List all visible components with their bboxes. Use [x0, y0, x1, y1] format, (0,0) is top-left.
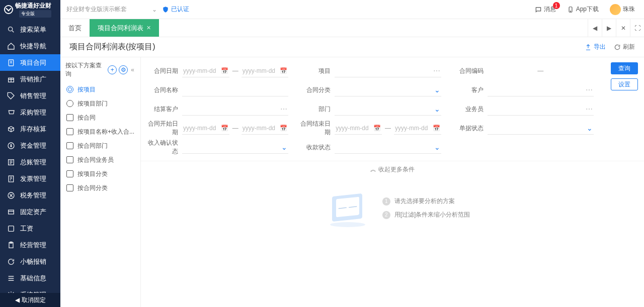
pay-status-input[interactable]: [335, 141, 441, 154]
sidebar: 畅捷通好业财 专业版 搜索菜单 快捷导航 项目合同 营销推广 销售管理 采购管理…: [0, 0, 60, 307]
status-input[interactable]: [488, 122, 594, 135]
customer-input[interactable]: [488, 83, 594, 96]
asset-icon: [7, 208, 15, 216]
settings-button[interactable]: 设置: [611, 78, 638, 90]
date-from-input[interactable]: yyyy-mm-dd📅: [335, 122, 382, 135]
scheme-label: 按合同业务员: [77, 156, 114, 164]
query-label: 查询: [618, 64, 630, 73]
verified-badge: 已认证: [162, 5, 189, 14]
nav-marketing[interactable]: 营销推广: [0, 71, 60, 87]
project-input[interactable]: [335, 64, 441, 77]
collapse-panel-button[interactable]: «: [130, 66, 135, 73]
contract-name-input[interactable]: [182, 83, 288, 96]
salary-icon: [7, 225, 15, 233]
contract-cat-input[interactable]: [335, 83, 441, 96]
date-to-input[interactable]: yyyy-mm-dd📅: [242, 64, 289, 77]
tab-home[interactable]: 首页: [60, 19, 90, 37]
download-button[interactable]: App下载: [564, 5, 602, 14]
nav-tax[interactable]: 税务管理: [0, 187, 60, 203]
chevron-down-icon[interactable]: ⌄: [434, 143, 440, 151]
svg-rect-8: [9, 226, 14, 231]
tab-close-all-button[interactable]: ✕: [616, 19, 630, 37]
more-icon[interactable]: ⋯: [586, 105, 593, 113]
scheme-item-project-cat[interactable]: 按项目分类: [60, 167, 140, 181]
nav-quicknav[interactable]: 快捷导航: [0, 38, 60, 54]
chevron-down-icon[interactable]: ⌄: [434, 105, 440, 113]
placeholder: yyyy-mm-dd: [336, 125, 368, 132]
field-label: 合同分类: [298, 86, 335, 94]
nav-invoice[interactable]: 发票管理: [0, 170, 60, 187]
org-selector[interactable]: 好业财专业版演示帐套 ⌄: [66, 5, 157, 14]
nav-label: 税务管理: [20, 191, 46, 200]
date-to-input[interactable]: yyyy-mm-dd📅: [242, 122, 289, 135]
income-status-input[interactable]: [182, 141, 288, 154]
nav-purchase[interactable]: 采购管理: [0, 104, 60, 121]
nav-search[interactable]: 搜索菜单: [0, 21, 60, 38]
invoice-icon: [7, 175, 15, 183]
nav-basic[interactable]: 基础信息: [0, 270, 60, 286]
nav-ledger[interactable]: 总账管理: [0, 154, 60, 170]
nav-sales[interactable]: 销售管理: [0, 87, 60, 104]
more-icon[interactable]: ⋯: [280, 105, 287, 113]
calendar-icon: 📅: [280, 125, 287, 132]
calendar-icon: 📅: [280, 67, 287, 74]
chevron-down-icon[interactable]: ⌄: [587, 124, 593, 132]
query-button[interactable]: 查询: [611, 62, 638, 74]
user-name: 珠珠: [623, 5, 635, 14]
date-from-input[interactable]: yyyy-mm-dd📅: [182, 122, 229, 135]
date-to-input[interactable]: yyyy-mm-dd📅: [394, 122, 441, 135]
nav-project-contract[interactable]: 项目合同: [0, 54, 60, 71]
more-icon[interactable]: ⋯: [433, 67, 440, 75]
field-label: 单据状态: [451, 124, 488, 133]
action-column: 查询 设置: [611, 62, 638, 90]
org-name: 好业财专业版演示帐套: [66, 5, 127, 14]
step-number: 2: [382, 211, 390, 219]
messages-button[interactable]: 消息 1: [532, 5, 559, 14]
search-icon: [7, 26, 15, 34]
nav-salary[interactable]: 工资: [0, 220, 60, 237]
chevron-down-icon[interactable]: ⌄: [434, 86, 440, 94]
more-icon[interactable]: ⋯: [586, 86, 593, 94]
scheme-item-contract-cat[interactable]: 按合同分类: [60, 181, 140, 195]
nav-expense[interactable]: 小畅报销: [0, 253, 60, 270]
field-contract-cat: 合同分类 ⌄: [298, 81, 441, 98]
collapse-filters-button[interactable]: ︽ 收起更多条件: [141, 161, 644, 178]
nav-label: 工资: [20, 224, 33, 233]
static-value: —: [488, 67, 594, 74]
field-label: 合同日期: [146, 67, 182, 75]
nav-business[interactable]: 经营管理: [0, 237, 60, 253]
empty-step-2: 2用[过滤]条件来缩小分析范围: [382, 211, 470, 219]
dept-input[interactable]: [335, 103, 441, 116]
document-icon: [7, 59, 15, 67]
nav-funds[interactable]: 资金管理: [0, 137, 60, 154]
field-label: 合同名称: [146, 86, 182, 94]
scheme-item-name-income[interactable]: 按项目名称+收入合...: [60, 125, 140, 139]
scheme-item-contract-sales[interactable]: 按合同业务员: [60, 153, 140, 167]
field-label: 合同开始日期: [146, 120, 182, 137]
chevron-down-icon[interactable]: ⌄: [281, 143, 287, 151]
unpin-button[interactable]: ◀ 取消固定: [0, 293, 60, 307]
calendar-icon: 📅: [373, 125, 381, 132]
scheme-item-contract[interactable]: 按合同: [60, 111, 140, 125]
tab-current[interactable]: 项目合同利润表 ✕: [90, 19, 159, 37]
add-scheme-button[interactable]: +: [108, 65, 117, 74]
refresh-button[interactable]: 刷新: [614, 43, 635, 51]
nav-inventory[interactable]: 库存核算: [0, 121, 60, 137]
tab-prev-button[interactable]: ◀: [588, 19, 602, 37]
scheme-item-contract-dept[interactable]: 按合同部门: [60, 139, 140, 153]
clipboard-icon: [7, 241, 15, 249]
close-icon[interactable]: ✕: [146, 25, 151, 31]
settle-customer-input[interactable]: [182, 103, 288, 116]
scheme-item-project-dept[interactable]: 按项目部门: [60, 96, 140, 111]
scheme-item-project[interactable]: 按项目: [60, 82, 140, 96]
page-title: 项目合同利润表(按项目): [69, 42, 155, 52]
nav-assets[interactable]: 固定资产: [0, 203, 60, 220]
date-from-input[interactable]: yyyy-mm-dd📅: [182, 64, 229, 77]
fullscreen-button[interactable]: ⛶: [630, 19, 644, 37]
salesman-input[interactable]: [488, 103, 594, 116]
export-icon: [585, 44, 592, 51]
scheme-settings-button[interactable]: ⚙: [119, 65, 128, 74]
tab-next-button[interactable]: ▶: [602, 19, 616, 37]
user-menu[interactable]: 珠珠: [607, 4, 638, 15]
export-button[interactable]: 导出: [585, 43, 606, 51]
